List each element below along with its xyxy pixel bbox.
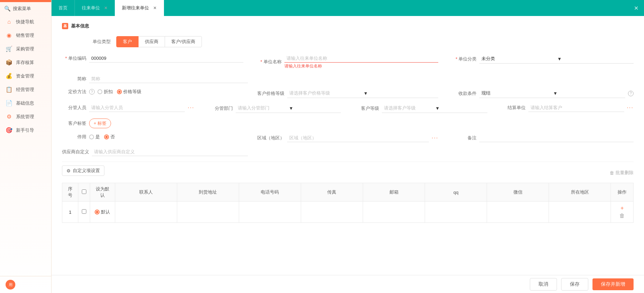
field-unit-name: 单位名称 请输入往来单位名称 — [257, 54, 439, 69]
radio-price-level-label: 价格等级 — [123, 89, 141, 95]
select-all-checkbox[interactable] — [82, 189, 86, 194]
th-region: 所在地区 — [549, 183, 611, 202]
supplier-custom-input[interactable] — [92, 148, 248, 156]
basic-info-icon: 📄 — [6, 100, 13, 106]
th-email: 邮箱 — [363, 183, 425, 202]
add-tag-button[interactable]: + 标签 — [89, 119, 111, 128]
settlement-unit-more-button[interactable]: ··· — [627, 105, 634, 111]
customer-level-placeholder: 请选择客户等级 — [384, 105, 434, 111]
abbreviation-input[interactable] — [89, 75, 248, 83]
sidebar-item-guide[interactable]: 🎯 新手引导 — [0, 123, 51, 137]
settlement-unit-input[interactable] — [528, 104, 624, 112]
sidebar-item-purchase[interactable]: 🛒 采购管理 — [0, 42, 51, 56]
unit-category-select[interactable]: 未分类 ▼ — [479, 54, 634, 64]
unit-name-input[interactable] — [284, 54, 439, 63]
section-icon: 基 — [62, 23, 68, 29]
home-icon: ⌂ — [6, 19, 13, 25]
save-button[interactable]: 保存 — [561, 278, 588, 291]
cancel-button[interactable]: 取消 — [530, 278, 557, 291]
contacts-table: 序号 设为默认 联系人 到货地址 电话号码 传真 邮箱 qq 微信 所在地区 操… — [62, 183, 634, 223]
field-remark: 备注 — [452, 134, 634, 142]
section-title-basic-info: 基 基本信息 — [62, 23, 634, 29]
field-manager: 分管人员 ··· — [62, 104, 195, 112]
batch-delete-button[interactable]: 🗑 批量删除 — [610, 170, 634, 176]
form-row-7: 供应商自定义 — [62, 148, 634, 156]
unit-name-wrapper: 请输入往来单位名称 — [284, 54, 439, 69]
department-select[interactable]: 请输入分管部门 ▼ — [236, 104, 341, 113]
sidebar-item-quick-nav[interactable]: ⌂ 快捷导航 — [0, 15, 51, 29]
guide-icon: 🎯 — [6, 127, 13, 133]
sidebar-item-basic-info[interactable]: 📄 基础信息 — [0, 96, 51, 110]
sidebar-search[interactable]: 🔍 搜索菜单 — [0, 2, 51, 15]
payment-condition-help-icon[interactable]: ? — [628, 91, 634, 96]
sidebar-label-inventory: 库存核算 — [16, 59, 34, 66]
sidebar-search-label: 搜索菜单 — [13, 6, 31, 12]
unit-code-input[interactable] — [89, 54, 243, 63]
region-label: 区域（地区） — [257, 135, 284, 141]
tab-contacts[interactable]: 往来单位 ✕ — [75, 0, 115, 16]
manager-input[interactable] — [89, 104, 185, 112]
phone-input[interactable] — [243, 210, 297, 215]
region-more-button[interactable]: ··· — [432, 135, 438, 141]
th-wechat: 微信 — [487, 183, 549, 202]
qq-input[interactable] — [429, 210, 483, 215]
region-input[interactable] — [287, 134, 429, 142]
tab-contacts-close[interactable]: ✕ — [104, 6, 108, 10]
manager-more-button[interactable]: ··· — [188, 105, 194, 111]
radio-price-level[interactable]: 价格等级 — [117, 89, 141, 95]
remark-input[interactable] — [479, 134, 634, 142]
form-area: 基 基本信息 单位类型 客户 供应商 客户/供应商 单位编码 单位名称 请输入往… — [52, 16, 644, 275]
tab-bar: 首页 往来单位 ✕ 新增往来单位 ✕ ✕ — [52, 0, 644, 16]
window-close-button[interactable]: ✕ — [628, 0, 644, 16]
customer-price-level-select[interactable]: 请选择客户价格等级 ▼ — [287, 89, 439, 98]
sidebar-label-quick-nav: 快捷导航 — [16, 19, 34, 25]
pricing-radio-group: 折扣 价格等级 — [97, 89, 141, 95]
tab-contacts-label: 往来单位 — [82, 5, 100, 11]
tab-home[interactable]: 首页 — [52, 0, 75, 16]
row-default-radio[interactable]: 默认 — [94, 209, 111, 215]
contact-input[interactable] — [119, 210, 173, 215]
customer-level-select[interactable]: 请选择客户等级 ▼ — [382, 104, 487, 113]
avatar: 用 — [6, 280, 15, 290]
radio-yes[interactable]: 是 — [89, 134, 100, 140]
sidebar-item-sales[interactable]: ◉ 销售管理 — [0, 29, 51, 42]
address-input[interactable] — [181, 210, 235, 215]
radio-no[interactable]: 否 — [104, 134, 115, 140]
row-delete-button[interactable]: 🗑 — [618, 212, 626, 220]
sidebar-label-sales: 销售管理 — [16, 32, 34, 39]
email-input[interactable] — [367, 210, 421, 215]
sidebar-item-inventory[interactable]: 📦 库存核算 — [0, 56, 51, 69]
tab-new-contact-close[interactable]: ✕ — [153, 6, 157, 10]
sidebar-item-finance[interactable]: 💰 资金管理 — [0, 69, 51, 83]
region-table-input[interactable] — [552, 210, 607, 215]
td-region — [549, 202, 611, 223]
supplier-custom-label: 供应商自定义 — [62, 149, 89, 155]
gear-icon: ⚙ — [66, 168, 71, 173]
fax-input[interactable] — [305, 210, 359, 215]
search-icon: 🔍 — [4, 6, 11, 12]
field-payment-condition: 收款条件 现结 ▼ ? — [452, 89, 634, 98]
custom-settings-label: 自定义项设置 — [73, 168, 100, 174]
unit-type-customer-button[interactable]: 客户 — [116, 36, 139, 47]
field-supplier-custom: 供应商自定义 — [62, 148, 248, 156]
footer-bar: 取消 保存 保存并新增 — [52, 275, 644, 293]
pricing-help-icon[interactable]: ? — [89, 89, 95, 95]
custom-settings-button[interactable]: ⚙ 自定义项设置 — [62, 165, 104, 176]
row-checkbox[interactable] — [82, 209, 86, 214]
sidebar-item-system[interactable]: ⚙ 系统管理 — [0, 110, 51, 123]
abbreviation-label: 简称 — [62, 76, 86, 82]
radio-discount[interactable]: 折扣 — [97, 89, 113, 95]
th-contact: 联系人 — [115, 183, 177, 202]
save-new-button[interactable]: 保存并新增 — [592, 278, 634, 290]
unit-type-both-button[interactable]: 客户/供应商 — [165, 36, 202, 47]
field-unit-code: 单位编码 — [62, 54, 243, 63]
payment-condition-select[interactable]: 现结 ▼ — [479, 89, 625, 98]
unit-type-row: 单位类型 客户 供应商 客户/供应商 — [62, 36, 634, 47]
tab-new-contact[interactable]: 新增往来单位 ✕ — [115, 0, 164, 16]
unit-type-supplier-button[interactable]: 供应商 — [139, 36, 165, 47]
td-wechat — [487, 202, 549, 223]
sales-icon: ◉ — [6, 32, 13, 39]
wechat-input[interactable] — [490, 210, 545, 215]
row-add-button[interactable]: + — [619, 204, 625, 212]
sidebar-item-operations[interactable]: 📋 经营管理 — [0, 83, 51, 96]
